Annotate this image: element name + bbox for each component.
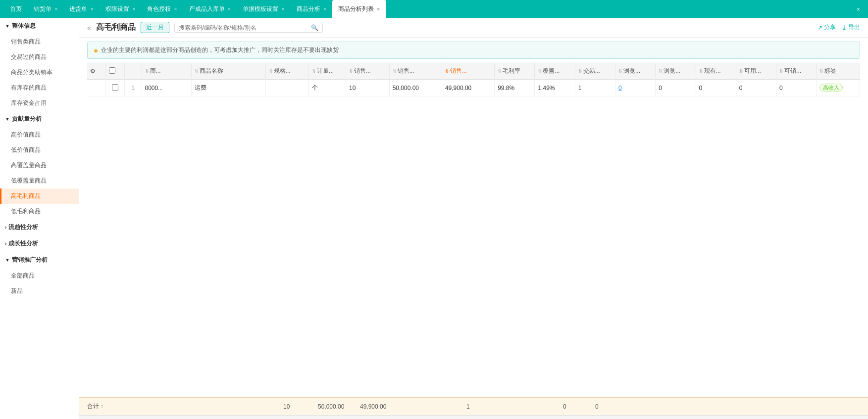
close-product-inbound-icon[interactable]: × (228, 6, 231, 12)
sidebar-item-low-coverage[interactable]: 低覆盖量商品 (0, 173, 79, 188)
content-header: « 高毛利商品 近一月 🔍 ↗ 分享 ⤓ 导出 (79, 18, 868, 38)
filter-period-button[interactable]: 近一月 (141, 22, 169, 33)
col-available[interactable]: ⇅ 可用... (736, 63, 776, 80)
nav-product-analysis-list[interactable]: 商品分析列表 × (332, 0, 386, 18)
sidebar-group-contribution[interactable]: ▼ 贡献量分析 (0, 111, 79, 127)
nav-sales-order[interactable]: 销货单 × (28, 0, 63, 18)
header-actions: ↗ 分享 ⤓ 导出 (817, 23, 860, 32)
cell-sales1: 10 (346, 80, 390, 96)
cell-current: 0 (696, 80, 736, 96)
cell-tag: 高收入 (817, 80, 860, 96)
footer-browse2 (528, 403, 560, 410)
sidebar-item-in-stock[interactable]: 有库存的商品 (0, 80, 79, 95)
select-all-checkbox[interactable] (109, 67, 115, 74)
sidebar-item-high-value[interactable]: 高价值商品 (0, 127, 79, 142)
nav-template-settings[interactable]: 单据模板设置 × (237, 0, 290, 18)
collapse-trend-icon: › (5, 225, 6, 230)
search-input[interactable] (179, 24, 311, 31)
sidebar-item-low-value[interactable]: 低价值商品 (0, 142, 79, 158)
cell-browse1: 0 (615, 80, 655, 96)
cell-browse2: 0 (656, 80, 696, 96)
content-area: « 高毛利商品 近一月 🔍 ↗ 分享 ⤓ 导出 (79, 18, 868, 419)
col-tag[interactable]: ⇅ 标签 (817, 63, 860, 80)
nav-home[interactable]: 首页 (4, 0, 28, 18)
sidebar-item-traded-goods[interactable]: 交易过的商品 (0, 49, 79, 65)
top-nav: 首页 销货单 × 进货单 × 权限设置 × 角色授权 × 产成品入库单 × 单据… (0, 0, 868, 18)
col-checkbox (106, 63, 125, 80)
col-saleable[interactable]: ⇅ 可销... (776, 63, 817, 80)
col-trade[interactable]: ⇅ 交易... (575, 63, 615, 80)
nav-purchase-order[interactable]: 进货单 × (63, 0, 99, 18)
close-product-analysis-icon[interactable]: × (323, 6, 326, 12)
page-title: 高毛利商品 (96, 22, 136, 33)
sidebar-item-low-margin[interactable]: 低毛利商品 (0, 204, 79, 219)
close-role-auth-icon[interactable]: × (174, 6, 177, 12)
col-name[interactable]: ⇅ 商品名称 (191, 63, 265, 80)
tag-badge: 高收入 (819, 84, 843, 92)
export-icon: ⤓ (842, 24, 847, 31)
nav-product-analysis[interactable]: 商品分析 × (291, 0, 332, 18)
export-button[interactable]: ⤓ 导出 (842, 23, 860, 32)
table-footer: 合计： 10 50,000.00 49,900.00 1 0 0 (79, 397, 868, 415)
info-banner: ◈ 企业的主要的利润都是这部分商品创造的，可考虑加大推广，同时关注库存是不要出现… (87, 42, 860, 59)
nav-role-auth[interactable]: 角色授权 × (141, 0, 183, 18)
sidebar-item-category-rate[interactable]: 商品分类助销率 (0, 65, 79, 80)
col-browse2[interactable]: ⇅ 浏览... (656, 63, 696, 80)
search-box: 🔍 (174, 23, 323, 33)
collapse-growth-icon: › (5, 241, 6, 246)
table-row: 1 0000... 运费 个 (87, 80, 860, 96)
nav-product-inbound[interactable]: 产成品入库单 × (183, 0, 237, 18)
cell-coverage: 1.49% (535, 80, 575, 96)
sidebar-item-high-coverage[interactable]: 高覆盖量商品 (0, 158, 79, 173)
sidebar-group-overall[interactable]: ▼ 整体信息 (0, 18, 79, 34)
sidebar-item-all-goods[interactable]: 全部商品 (0, 268, 79, 283)
main-layout: ▼ 整体信息 销售类商品 交易过的商品 商品分类助销率 有库存的商品 库存资金占… (0, 18, 868, 419)
close-permission-settings-icon[interactable]: × (132, 6, 135, 12)
close-all-tabs-button[interactable]: × (853, 4, 864, 13)
cell-spec (265, 80, 309, 96)
footer-sales3: 49,900.00 (357, 403, 399, 410)
share-button[interactable]: ↗ 分享 (817, 23, 836, 32)
footer-sales2: 50,000.00 (315, 403, 357, 410)
sidebar-item-sales-goods[interactable]: 销售类商品 (0, 34, 79, 49)
footer-browse1 (496, 403, 528, 410)
close-template-settings-icon[interactable]: × (281, 6, 284, 12)
col-unit[interactable]: ⇅ 计量... (309, 63, 346, 80)
close-sales-order-icon[interactable]: × (54, 6, 57, 12)
col-current[interactable]: ⇅ 现有... (696, 63, 736, 80)
app-container: 首页 销货单 × 进货单 × 权限设置 × 角色授权 × 产成品入库单 × 单据… (0, 0, 868, 419)
footer-available: 0 (592, 403, 624, 410)
cell-sales2: 50,000.00 (389, 80, 442, 96)
sidebar-item-stock-capital[interactable]: 库存资金占用 (0, 95, 79, 111)
col-sales3[interactable]: ⇅ 销售... (442, 63, 494, 80)
col-num (124, 63, 142, 80)
sidebar-item-new-goods[interactable]: 新品 (0, 283, 79, 299)
col-spec[interactable]: ⇅ 规格... (265, 63, 309, 80)
sidebar-group-trend[interactable]: › 流趋性分析 (0, 219, 79, 235)
sidebar-group-growth[interactable]: › 成长性分析 (0, 235, 79, 252)
nav-permission-settings[interactable]: 权限设置 × (100, 0, 141, 18)
sidebar-group-marketing[interactable]: ▼ 营销推广分析 (0, 252, 79, 268)
col-browse1[interactable]: ⇅ 浏览... (615, 63, 655, 80)
sidebar-item-high-margin[interactable]: 高毛利商品 (0, 188, 79, 204)
cell-gross-rate: 99.8% (495, 80, 535, 96)
tip-icon: ◈ (94, 47, 98, 54)
table-container: ⚙ ⇅ 商... (87, 63, 860, 397)
col-code[interactable]: ⇅ 商... (142, 63, 191, 80)
col-sales2[interactable]: ⇅ 销售... (389, 63, 442, 80)
cell-code: 0000... (142, 80, 191, 96)
footer-coverage (431, 403, 463, 410)
col-gross-rate[interactable]: ⇅ 毛利率 (495, 63, 535, 80)
search-icon[interactable]: 🔍 (311, 24, 318, 31)
horizontal-scrollbar[interactable] (79, 415, 868, 419)
collapse-contribution-icon: ▼ (5, 116, 10, 122)
col-settings[interactable]: ⚙ (87, 63, 106, 80)
cell-settings (87, 80, 106, 96)
row-checkbox[interactable] (112, 84, 118, 91)
close-purchase-order-icon[interactable]: × (90, 6, 93, 12)
sidebar-collapse-button[interactable]: « (87, 24, 91, 32)
close-product-analysis-list-icon[interactable]: × (377, 6, 380, 12)
col-sales1[interactable]: ⇅ 销售... (346, 63, 390, 80)
col-coverage[interactable]: ⇅ 覆盖... (535, 63, 575, 80)
cell-saleable: 0 (776, 80, 817, 96)
